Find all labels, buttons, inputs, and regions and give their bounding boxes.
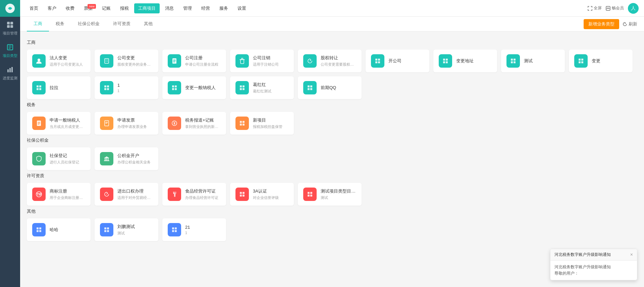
svg-rect-28	[514, 61, 516, 63]
tab-industry[interactable]: 工商	[27, 17, 49, 31]
card-pre-qq[interactable]: 前期QQ	[298, 76, 362, 99]
card-equity-transfer[interactable]: 股权转让公司变更需要股权转让	[298, 50, 362, 72]
card-name-social-register: 社保登记	[50, 153, 85, 159]
card-item-1[interactable]: 11	[95, 76, 158, 99]
svg-rect-42	[175, 85, 177, 87]
notification-close-btn[interactable]: ×	[630, 252, 633, 257]
svg-rect-8	[11, 67, 13, 72]
topnav: 首页 客户 收费 票据 new 记账 报税 工商项目 消息 管理 经营 服务 设…	[20, 0, 644, 17]
nav-ticket[interactable]: 票据 new	[80, 3, 97, 13]
card-open-company[interactable]: 开公司	[366, 50, 429, 72]
svg-rect-81	[104, 230, 106, 232]
card-company-change[interactable]: 公司变更股权变更外的业务变更	[95, 50, 158, 72]
nav-manage[interactable]: 管理	[179, 3, 196, 13]
card-3a-cert[interactable]: 3A认证对企业信誉评级	[230, 183, 294, 206]
fullscreen-btn[interactable]: 全屏	[588, 5, 602, 11]
sidebar-item-project-type[interactable]: 项目类型	[0, 39, 20, 62]
svg-rect-76	[39, 227, 41, 229]
card-company-register[interactable]: 公司注册申请公司注册全流程	[162, 50, 226, 72]
svg-rect-69	[240, 195, 242, 197]
card-name-haha: 哈哈	[50, 227, 85, 233]
card-desc-liupeng-test: 测试	[117, 231, 153, 236]
svg-rect-44	[175, 88, 177, 90]
svg-rect-23	[443, 61, 445, 63]
tab-tax[interactable]: 税务	[49, 17, 71, 31]
svg-rect-2	[10, 22, 13, 24]
nav-operation[interactable]: 经营	[197, 3, 214, 13]
card-name-apply-invoice: 申请发票	[117, 117, 153, 123]
card-fund-account[interactable]: 公积金开户办理公积金相关业务	[95, 147, 158, 170]
svg-rect-20	[378, 61, 380, 63]
nav-tax[interactable]: 报税	[116, 3, 133, 13]
tab-social-fund[interactable]: 社保公积金	[71, 17, 106, 31]
nav-message[interactable]: 消息	[161, 3, 178, 13]
nav-service[interactable]: 服务	[215, 3, 232, 13]
nav-billing[interactable]: 收费	[62, 3, 78, 13]
card-name-liupeng-test: 刘鹏测试	[117, 224, 153, 230]
card-desc-apply-invoice: 办理申请发票业务	[117, 124, 153, 129]
svg-rect-18	[378, 59, 380, 61]
nav-home[interactable]: 首页	[25, 3, 42, 13]
nav-industry[interactable]: 工商项目	[134, 3, 160, 13]
svg-rect-57	[240, 121, 242, 123]
card-change[interactable]: 变更	[569, 50, 633, 72]
svg-rect-71	[308, 192, 310, 194]
section-title-industry-section: 工商	[27, 40, 637, 46]
card-tax-report-accounting[interactable]: ¥税务报道+记账拿到营业执照的新公司	[162, 112, 226, 135]
tab-other[interactable]: 其他	[137, 17, 159, 31]
card-import-export[interactable]: 进出口权办理适用于对外贸易经营者	[95, 183, 158, 206]
card-icon-3a-cert	[235, 188, 249, 201]
card-desc-trademark-register: 用于企业商标注册服务	[50, 195, 85, 200]
card-desc-legal-change: 适用于公司变更法人	[50, 62, 85, 67]
sidebar-item-progress-monitor[interactable]: 进度监测	[0, 62, 20, 84]
card-company-cancel[interactable]: 公司注销适用于注销公司	[230, 50, 294, 72]
nav-client[interactable]: 客户	[44, 3, 60, 13]
card-gehonghong[interactable]: 葛红红葛红红测试	[230, 76, 294, 99]
card-icon-trademark-register: TM	[32, 188, 46, 201]
notification-popup: 河北税务数字账户升级影响通知 × 河北税务数字账户升级影响通知 尊敬的用户：	[550, 249, 637, 280]
sidebar-item-project-manage[interactable]: 项目管理	[0, 17, 20, 39]
section-title-social-fund-section: 社保公积金	[27, 137, 637, 143]
card-food-license[interactable]: 食品经营许可证办理食品经营许可证	[162, 183, 226, 206]
svg-rect-29	[579, 59, 581, 61]
card-new-project[interactable]: 新项目报税加税控盘保管	[230, 112, 294, 135]
svg-rect-67	[240, 192, 242, 194]
card-change-taxpayer[interactable]: 变更一般纳税人	[162, 76, 226, 99]
svg-rect-75	[37, 227, 39, 229]
card-test-type-def[interactable]: 测试项目类型目定义测试	[298, 183, 362, 206]
refresh-icon	[623, 22, 627, 26]
card-desc-equity-transfer: 公司变更需要股权转让	[321, 62, 356, 67]
card-test[interactable]: 测试	[501, 50, 565, 72]
user-avatar[interactable]: 人	[628, 3, 639, 14]
section-title-tax-section: 税务	[27, 102, 637, 108]
card-item-21[interactable]: 211	[162, 218, 226, 241]
svg-rect-77	[37, 230, 39, 232]
card-apply-invoice[interactable]: 申请发票办理申请发票业务	[95, 112, 158, 135]
card-name-test-type-def: 测试项目类型目定义	[321, 188, 356, 194]
card-desc-item-21: 1	[185, 231, 221, 235]
card-change-address[interactable]: 变更地址	[433, 50, 497, 72]
tab-license[interactable]: 许可资质	[106, 17, 137, 31]
refresh-button[interactable]: 刷新	[623, 21, 637, 27]
svg-rect-22	[446, 59, 448, 61]
card-haha[interactable]: 哈哈	[27, 218, 91, 241]
svg-rect-83	[172, 227, 174, 229]
card-social-register[interactable]: 社保登记进行人员社保登记	[27, 147, 91, 170]
vip-btn[interactable]: 畅会员	[606, 5, 624, 11]
svg-rect-30	[581, 59, 583, 61]
card-trademark-register[interactable]: TM商标注册用于企业商标注册服务	[27, 183, 91, 206]
card-apply-general-taxpayer[interactable]: 申请一般纳税人当月或次月成变更完成	[27, 112, 91, 135]
new-type-button[interactable]: 新增业务类型	[584, 19, 619, 29]
cards-grid-other-section: 哈哈刘鹏测试测试211	[27, 218, 637, 241]
svg-rect-50	[310, 85, 312, 87]
card-lala[interactable]: 拉拉	[27, 76, 91, 99]
svg-rect-41	[172, 85, 174, 87]
nav-settings[interactable]: 设置	[233, 3, 250, 13]
card-desc-tax-report-accounting: 拿到营业执照的新公司	[185, 124, 221, 129]
svg-rect-34	[39, 85, 41, 87]
nav-accounting[interactable]: 记账	[98, 3, 115, 13]
page-content: 工商法人变更适用于公司变更法人公司变更股权变更外的业务变更公司注册申请公司注册全…	[20, 31, 644, 287]
card-legal-change[interactable]: 法人变更适用于公司变更法人	[27, 50, 91, 72]
card-name-company-cancel: 公司注销	[253, 55, 288, 61]
card-liupeng-test[interactable]: 刘鹏测试测试	[95, 218, 158, 241]
